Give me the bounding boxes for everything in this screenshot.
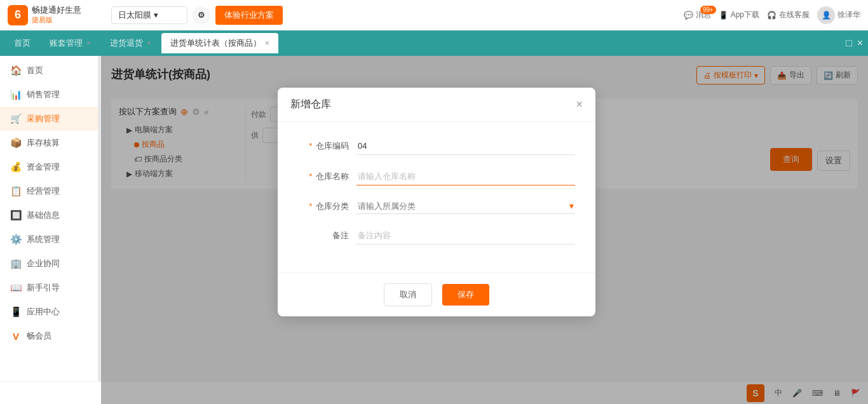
sidebar-item-finance[interactable]: 💰 资金管理 [0, 155, 98, 179]
form-label-name: * 仓库名称 [298, 171, 349, 182]
category-select-wrapper[interactable]: ▾ [356, 198, 575, 214]
sidebar: 🏠 首页 📊 销售管理 🛒 采购管理 📦 库存核算 💰 资金管理 📋 经营管理 … [0, 56, 98, 404]
sidebar-label-sales: 销售管理 [27, 89, 60, 100]
required-star-category: * [309, 201, 312, 211]
sidebar-label-enterprise: 企业协同 [27, 258, 60, 269]
sidebar-item-vip[interactable]: V 畅会员 [0, 324, 98, 348]
trial-button[interactable]: 体验行业方案 [215, 6, 283, 25]
avatar-icon: 👤 [817, 6, 835, 24]
sidebar-label-vip: 畅会员 [27, 330, 51, 342]
store-selector[interactable]: 日太阳膜 ▾ [111, 6, 187, 24]
vip-icon: V [10, 330, 22, 342]
sales-icon: 📊 [10, 89, 22, 100]
management-icon: 📋 [10, 185, 22, 197]
sidebar-label-management: 经营管理 [27, 185, 60, 197]
notifications-button[interactable]: 💬 99+ 消息 [684, 10, 711, 20]
sidebar-label-apps: 应用中心 [27, 306, 60, 318]
sidebar-label-system: 系统管理 [27, 234, 60, 245]
sidebar-label-guide: 新手引导 [27, 282, 60, 293]
tab-window-controls: □ × [846, 37, 863, 49]
modal-footer: 取消 保存 [278, 273, 595, 316]
sidebar-label-purchase: 采购管理 [27, 113, 60, 125]
tab-purchase-stats[interactable]: 进货单统计表（按商品） × [161, 33, 278, 53]
logo-sub: 捷易版 [32, 15, 81, 25]
tab-close-account[interactable]: × [86, 39, 91, 48]
note-input[interactable] [356, 227, 575, 245]
required-star-name: * [309, 172, 312, 181]
tab-purchase-return[interactable]: 进货退货 × [101, 33, 160, 53]
warehouse-code-input[interactable] [356, 137, 575, 155]
home-icon: 🏠 [10, 65, 22, 76]
sidebar-item-basic-info[interactable]: 🔲 基础信息 [0, 203, 98, 227]
main-layout: 🏠 首页 📊 销售管理 🛒 采购管理 📦 库存核算 💰 资金管理 📋 经营管理 … [0, 56, 868, 404]
modal-body: * 仓库编码 * 仓库名称 [278, 122, 595, 273]
category-dropdown-arrow: ▾ [569, 201, 574, 211]
content-area: 进货单统计(按商品) 🖨 按模板打印 ▾ 📤 导出 🔄 刷新 [101, 56, 868, 404]
modal-title: 新增仓库 [290, 98, 331, 111]
close-window-button[interactable]: × [857, 37, 863, 49]
form-row-category: * 仓库分类 ▾ [298, 198, 575, 214]
guide-icon: 📖 [10, 282, 22, 293]
tab-account[interactable]: 账套管理 × [41, 33, 100, 53]
sidebar-label-home: 首页 [27, 65, 43, 76]
apps-icon: 📱 [10, 306, 22, 318]
warehouse-name-input[interactable] [356, 168, 575, 185]
sidebar-item-inventory[interactable]: 📦 库存核算 [0, 131, 98, 155]
finance-icon: 💰 [10, 161, 22, 173]
online-service-button[interactable]: 🎧 在线客服 [767, 10, 810, 20]
sidebar-label-finance: 资金管理 [27, 161, 60, 173]
logo-icon: 6 [8, 5, 28, 25]
settings-icon[interactable]: ⚙ [193, 6, 210, 24]
sidebar-label-inventory: 库存核算 [27, 137, 60, 149]
modal-new-warehouse: 新增仓库 × * 仓库编码 * [278, 88, 595, 316]
basic-info-icon: 🔲 [10, 210, 22, 221]
sidebar-item-system[interactable]: ⚙️ 系统管理 [0, 227, 98, 252]
system-icon: ⚙️ [10, 234, 22, 245]
category-input[interactable] [358, 201, 569, 211]
topbar: 6 畅捷通好生意 捷易版 日太阳膜 ▾ ⚙ 体验行业方案 💬 99+ 消息 📱 … [0, 0, 868, 30]
user-avatar[interactable]: 👤 徐泽华 [817, 6, 860, 24]
tab-close-return[interactable]: × [147, 39, 151, 48]
form-row-code: * 仓库编码 [298, 137, 575, 155]
tab-close-stats[interactable]: × [265, 39, 269, 48]
sidebar-label-basic-info: 基础信息 [27, 210, 60, 221]
form-label-note: 备注 [298, 230, 349, 241]
required-star-code: * [309, 141, 312, 151]
sidebar-item-sales[interactable]: 📊 销售管理 [0, 83, 98, 107]
logo-area: 6 畅捷通好生意 捷易版 [8, 5, 106, 25]
modal-close-button[interactable]: × [576, 98, 583, 111]
form-label-category: * 仓库分类 [298, 201, 349, 212]
sidebar-item-apps[interactable]: 📱 应用中心 [0, 300, 98, 324]
form-row-name: * 仓库名称 [298, 168, 575, 185]
cancel-button[interactable]: 取消 [384, 283, 432, 306]
app-download-button[interactable]: 📱 App下载 [719, 10, 759, 20]
tab-home[interactable]: 首页 [5, 33, 39, 53]
modal-overlay: 新增仓库 × * 仓库编码 * [101, 56, 868, 404]
form-label-code: * 仓库编码 [298, 140, 349, 152]
inventory-icon: 📦 [10, 137, 22, 149]
sidebar-item-management[interactable]: 📋 经营管理 [0, 179, 98, 203]
sidebar-item-home[interactable]: 🏠 首页 [0, 58, 98, 83]
restore-window-button[interactable]: □ [846, 37, 852, 49]
modal-header: 新增仓库 × [278, 88, 595, 122]
logo-text: 畅捷通好生意 [32, 5, 81, 16]
purchase-icon: 🛒 [10, 113, 22, 125]
sidebar-item-purchase[interactable]: 🛒 采购管理 [0, 107, 98, 131]
form-row-note: 备注 [298, 227, 575, 245]
sidebar-item-guide[interactable]: 📖 新手引导 [0, 276, 98, 300]
topbar-actions: 💬 99+ 消息 📱 App下载 🎧 在线客服 👤 徐泽华 [684, 6, 860, 24]
tabbar: 首页 账套管理 × 进货退货 × 进货单统计表（按商品） × □ × [0, 30, 868, 56]
notifications-badge: 99+ [700, 6, 716, 14]
enterprise-icon: 🏢 [10, 258, 22, 269]
sidebar-item-enterprise[interactable]: 🏢 企业协同 [0, 252, 98, 276]
save-button[interactable]: 保存 [442, 284, 489, 306]
